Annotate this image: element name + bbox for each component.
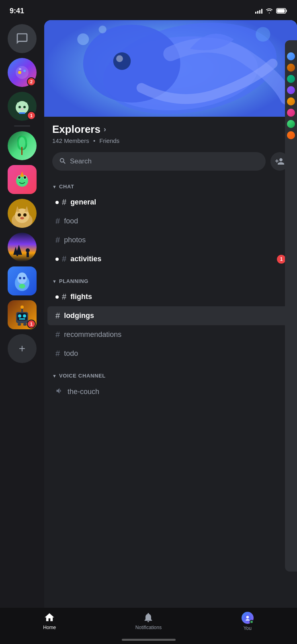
- svg-rect-50: [23, 323, 27, 326]
- user-avatar: [242, 612, 254, 624]
- search-bar[interactable]: Search: [52, 152, 266, 171]
- server-name-row[interactable]: Explorers ›: [52, 123, 289, 136]
- badge-server-2: 1: [27, 111, 36, 120]
- chat-chevron: ▼: [52, 184, 57, 189]
- channel-bullet-activities: [55, 258, 59, 261]
- server-icon-7[interactable]: [8, 266, 37, 295]
- svg-point-12: [21, 108, 23, 110]
- channel-bullet-flights: [55, 295, 59, 299]
- channel-name-flights: flights: [70, 293, 286, 301]
- svg-point-11: [23, 106, 26, 108]
- channel-hash-photos: #: [55, 235, 60, 245]
- channel-name-food: food: [64, 217, 286, 225]
- dm-button[interactable]: [8, 24, 37, 53]
- server-name-arrow: ›: [104, 125, 106, 134]
- svg-point-55: [113, 52, 131, 70]
- channel-hash-recommendations: #: [55, 330, 60, 339]
- svg-rect-6: [19, 68, 21, 70]
- channel-hash-todo: #: [55, 349, 60, 358]
- channel-name-activities: activities: [70, 255, 273, 263]
- channel-hash-activities: #: [62, 254, 66, 264]
- meta-dot: •: [93, 137, 95, 144]
- channel-name-couch: the-couch: [68, 388, 286, 396]
- server-icon-4[interactable]: [8, 165, 37, 194]
- svg-marker-23: [20, 171, 24, 177]
- member-count: 142 Members: [52, 137, 89, 144]
- server-icon-8[interactable]: 1: [8, 300, 37, 329]
- svg-point-56: [116, 55, 123, 62]
- home-indicator: [122, 639, 176, 641]
- peek-avatar-4: [287, 86, 295, 94]
- status-time: 9:41: [10, 7, 24, 15]
- peek-avatar-8: [287, 131, 295, 139]
- channel-flights[interactable]: # flights: [47, 287, 294, 306]
- online-indicator: [250, 620, 254, 624]
- peek-avatar-6: [287, 109, 295, 117]
- add-server-button[interactable]: +: [8, 334, 37, 363]
- channel-list: ▼ CHAT # general # food # photos: [44, 177, 297, 608]
- server-icon-2[interactable]: 1: [8, 92, 37, 121]
- status-bar: 9:41: [0, 0, 297, 20]
- category-voice[interactable]: ▼ VOICE CHANNEL: [44, 366, 297, 382]
- svg-point-4: [18, 71, 21, 74]
- svg-rect-13: [19, 112, 25, 114]
- nav-notifications-label: Notifications: [135, 625, 162, 630]
- planning-label: PLANNING: [59, 278, 88, 284]
- server-meta: 142 Members • Friends: [52, 137, 289, 144]
- server-icon-1[interactable]: 2: [8, 58, 37, 87]
- chat-label: CHAT: [59, 184, 74, 190]
- nav-home-label: Home: [43, 625, 56, 630]
- channel-lodgings[interactable]: # lodgings: [47, 306, 294, 325]
- channel-food[interactable]: # food: [47, 212, 294, 231]
- nav-you[interactable]: You: [198, 612, 297, 631]
- channel-photos[interactable]: # photos: [47, 231, 294, 250]
- svg-point-35: [26, 248, 30, 252]
- peek-avatar-3: [287, 75, 295, 83]
- svg-rect-17: [21, 147, 23, 155]
- banner-art: [44, 20, 297, 117]
- channel-recommendations[interactable]: # recommendations: [47, 325, 294, 344]
- svg-point-57: [77, 33, 89, 45]
- svg-marker-27: [16, 206, 20, 212]
- sidebar-divider: [14, 126, 30, 126]
- svg-point-45: [23, 314, 26, 318]
- svg-rect-49: [18, 323, 21, 326]
- nav-home[interactable]: Home: [0, 612, 99, 630]
- search-row: Search: [44, 149, 297, 177]
- planning-chevron: ▼: [52, 279, 57, 284]
- plus-icon: +: [19, 342, 25, 355]
- bell-icon: [143, 612, 154, 623]
- channel-activities[interactable]: # activities 1: [47, 250, 294, 268]
- server-category: Friends: [99, 137, 119, 144]
- nav-notifications[interactable]: Notifications: [99, 612, 198, 630]
- channel-name-general: general: [70, 198, 286, 206]
- server-info: Explorers › 142 Members • Friends: [44, 117, 297, 149]
- category-chat[interactable]: ▼ CHAT: [44, 177, 297, 193]
- channel-bullet: [55, 201, 59, 204]
- main-layout: 2 1: [0, 20, 297, 608]
- server-icon-6[interactable]: [8, 233, 37, 262]
- channel-general[interactable]: # general: [47, 193, 294, 212]
- svg-rect-46: [19, 318, 25, 320]
- svg-point-38: [17, 272, 27, 284]
- svg-point-58: [98, 26, 106, 33]
- server-icon-5[interactable]: [8, 199, 37, 228]
- voice-icon: [55, 387, 63, 397]
- badge-server-1: 2: [27, 77, 36, 86]
- channel-hash-general: #: [62, 198, 66, 207]
- svg-rect-1: [277, 9, 285, 13]
- category-planning[interactable]: ▼ PLANNING: [44, 272, 297, 287]
- channel-todo[interactable]: # todo: [47, 344, 294, 363]
- svg-rect-2: [286, 10, 287, 12]
- channel-name-recommendations: recommendations: [64, 330, 286, 339]
- voice-chevron: ▼: [52, 374, 57, 378]
- badge-server-8: 1: [27, 320, 36, 328]
- server-icon-3[interactable]: [8, 131, 37, 160]
- svg-point-10: [18, 106, 21, 108]
- svg-point-31: [20, 217, 24, 219]
- svg-rect-34: [16, 253, 18, 256]
- nav-you-label: You: [244, 625, 252, 631]
- channel-the-couch[interactable]: the-couch: [47, 382, 294, 402]
- svg-point-3: [16, 66, 29, 79]
- search-placeholder: Search: [70, 157, 92, 165]
